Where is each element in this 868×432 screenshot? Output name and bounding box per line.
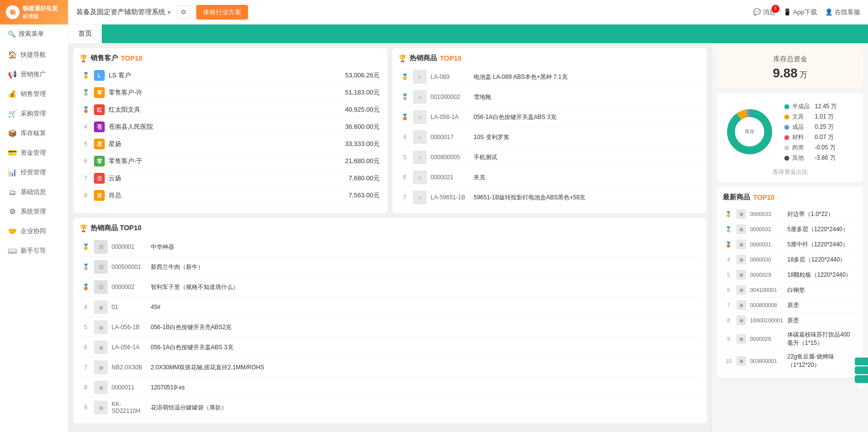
legend-item: 材料 0.07 万	[784, 133, 837, 142]
product-code: 000500001	[112, 264, 147, 270]
base-info-icon: 🗂	[8, 188, 17, 196]
sidebar-item-guide[interactable]: 📖 新手引导	[0, 241, 68, 261]
sidebar-item-marketing[interactable]: 📢 营销推广	[0, 65, 68, 84]
online-service-label: 在线客服	[835, 8, 860, 17]
sidebar-item-finance[interactable]: 💳 资金管理	[0, 143, 68, 163]
product-code: LA-056-1B	[112, 324, 147, 331]
quick-nav-icon: 🏠	[8, 50, 17, 59]
sidebar-menu: 🏠 快捷导航 📢 营销推广 💰 销售管理 🛒 采购管理 📦 库存核算 💳 资金管…	[0, 43, 68, 432]
product-name: 封边带（1.0*22）	[787, 210, 855, 218]
system-name: 装备及固定资产辅助管理系统	[76, 8, 165, 17]
app-download-button[interactable]: 📱 App下载	[783, 8, 817, 17]
customer-rank-item: 8肖 肖总 7,563.00元	[79, 188, 382, 204]
customer-name: 零售客户-许	[109, 88, 341, 97]
sidebar-item-system[interactable]: ⚙ 系统管理	[0, 202, 68, 221]
top-customers-card: 🏆 销售客户 TOP10 🥇L LS 客户 53,006.26元🥈零 零售客户-…	[73, 48, 388, 213]
collab-icon: 🤝	[8, 227, 17, 236]
rank-medal: 🥇	[725, 211, 732, 217]
float-service-btn[interactable]: 客服热线	[855, 358, 868, 365]
rank-number: 7	[81, 364, 90, 371]
legend-item: 肉类 -0.05 万	[784, 144, 837, 152]
sidebar-item-base-info[interactable]: 🗂 基础信息	[0, 182, 68, 202]
sold-product-rank-item: 🥉▣ LA-056-1A 056-1A白色按键开关盖ABS 3克	[398, 108, 701, 127]
sidebar-item-purchase[interactable]: 🛒 采购管理	[0, 104, 68, 123]
top-lists: 🏆 销售客户 TOP10 🥇L LS 客户 53,006.26元🥈零 零售客户-…	[73, 48, 707, 213]
top-sold-products-card: 🏆 热销商品 TOP10 🥇▣ LA-089 电池盖 LA-089 ABS本色+…	[392, 48, 707, 213]
settings-button[interactable]: ⚙	[177, 5, 190, 19]
sidebar-item-collab[interactable]: 🤝 企业协同	[0, 221, 68, 241]
product-code: 0000029	[750, 272, 783, 278]
product-name: 2.0X30MM双搓花轴,搓花直径2.1MM/ROHS	[151, 363, 699, 372]
sold-product-rank-item: 🥈▣ 001000002 雪地靴	[398, 88, 701, 107]
rank-medal: 🥇	[81, 243, 90, 250]
hot-product-item: 🥇🖼0000001 中华神器	[79, 238, 701, 257]
product-name: 花语萌恒温分罐罐袋（厚款）	[151, 404, 699, 412]
product-code: 0000001	[112, 243, 147, 250]
product-icon: ▣	[736, 315, 746, 325]
customer-value: 21,680.00元	[345, 157, 380, 166]
sidebar-item-operations[interactable]: 📊 经营管理	[0, 163, 68, 182]
customer-name: 云扬	[109, 174, 344, 183]
hot-trophy-icon: 🏆	[79, 224, 88, 232]
rank-number: 9	[725, 336, 732, 342]
customer-avatar: 零	[94, 156, 105, 167]
sidebar-item-inventory[interactable]: 📦 库存核算	[0, 123, 68, 143]
sidebar-item-label: 营销推广	[21, 70, 46, 79]
trial-button[interactable]: 体验行业方案	[196, 5, 248, 20]
customer-rank-item: 4苍 苍南县人民医院 36,600.00元	[79, 119, 382, 135]
newest-product-item: 5▣ 0000029 18颗粒板（1220*2440）	[723, 267, 857, 283]
rank-number: 8	[81, 384, 90, 391]
hot-product-item: 6▣LA-056-1A 056-1A白色按键开关盖ABS 3克	[79, 338, 701, 357]
inventory-legend: 半成品 12.45 万 文具 1.01 万 成品 0.25 万 材料 0.07 …	[784, 102, 837, 162]
logo-text: 畅捷通好生意 标准版	[23, 5, 58, 20]
search-menu[interactable]: 🔍 搜索菜单	[0, 24, 68, 43]
sold-product-rank-item: 7▣ LA-59651-1B 59651-1B旋转投影灯电池盒ABS黑色+58克	[398, 188, 701, 207]
customer-avatar: 肖	[94, 190, 105, 201]
product-name: 10S 变利罗浆	[474, 133, 699, 142]
rank-number: 6	[725, 287, 732, 293]
product-name: 体碳嘉枝味苏打饮品400毫升（1*15）	[787, 331, 855, 347]
rank-number: 6	[81, 344, 90, 351]
float-community-btn[interactable]: 服务社区	[855, 366, 868, 374]
sidebar-item-sales[interactable]: 💰 销售管理	[0, 84, 68, 104]
product-thumb-placeholder: ▣	[94, 320, 108, 334]
legend-name: 文具	[792, 113, 812, 121]
system-selector[interactable]: 装备及固定资产辅助管理系统 ▾	[76, 8, 171, 17]
service-icon: 👤	[825, 8, 833, 16]
message-badge: 6	[772, 5, 779, 13]
message-button[interactable]: 💬 消息 6	[753, 8, 776, 17]
newest-product-item: 6▣ 004100001 白钢垫	[723, 283, 857, 298]
inventory-label: 库存总资金	[724, 55, 856, 64]
customer-rank-item: 6零 零售客户-于 21,680.00元	[79, 153, 382, 169]
message-icon: 💬	[753, 8, 761, 16]
newest-product-item: 🥈▣ 0000032 5厘多层（1220*2440）	[723, 222, 857, 237]
inventory-unit: 万	[799, 71, 807, 79]
rank-number: 5	[400, 154, 409, 161]
tab-home[interactable]: 首页	[69, 24, 102, 43]
float-live-btn[interactable]: 直播	[855, 375, 868, 383]
product-code: 003800001	[750, 358, 783, 364]
sidebar-item-quick-nav[interactable]: 🏠 快捷导航	[0, 45, 68, 65]
product-name: 手机测试	[474, 153, 699, 162]
online-service-button[interactable]: 👤 在线客服	[825, 8, 860, 17]
rank-medal: 🥉	[725, 241, 732, 248]
product-code: 10000100001	[750, 317, 783, 323]
product-name: 雪地靴	[474, 93, 699, 101]
rank-number: 5	[81, 324, 90, 331]
inventory-value: 9.88	[773, 66, 798, 80]
newest-product-item: 🥇▣ 0000033 封边带（1.0*22）	[723, 207, 857, 222]
rank-medal: 🥇	[400, 73, 409, 80]
customer-avatar: 红	[94, 104, 105, 115]
product-name: 45#	[151, 304, 699, 311]
hot-product-item: 🥈🖼000500001 新西兰牛肉（新牛）	[79, 258, 701, 277]
product-thumb-placeholder: ▣	[94, 340, 108, 354]
product-icon: ▣	[736, 356, 746, 366]
product-name: 智利车子里（规格不知道填什么）	[151, 283, 699, 291]
purchase-icon: 🛒	[8, 109, 17, 118]
product-code: LA-089	[431, 73, 470, 80]
customer-rank-item: 🥇L LS 客户 53,006.26元	[79, 68, 382, 84]
newest-product-item: 🥉▣ 0000031 5厘中纤（1220*2440）	[723, 237, 857, 252]
rank-medal: 🥉	[81, 106, 90, 113]
sidebar: 畅 畅捷通好生意 标准版 🔍 搜索菜单 🏠 快捷导航 📢 营销推广 💰 销售管理…	[0, 0, 69, 432]
product-code: 0000030	[750, 257, 783, 263]
